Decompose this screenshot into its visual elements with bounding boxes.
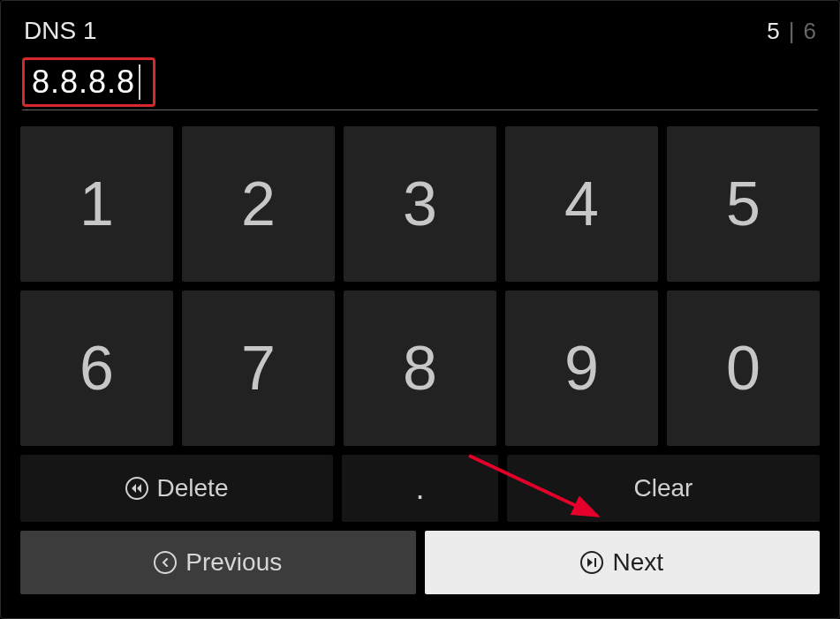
dns-input-value: 8.8.8.8: [32, 64, 135, 101]
previous-label: Previous: [185, 548, 282, 577]
clear-button[interactable]: Clear: [507, 455, 820, 522]
key-1[interactable]: 1: [20, 126, 173, 282]
dns-input[interactable]: 8.8.8.8: [22, 57, 155, 107]
previous-button[interactable]: Previous: [20, 531, 416, 594]
dot-button[interactable]: .: [342, 455, 498, 522]
key-3[interactable]: 3: [344, 126, 496, 282]
step-indicator: 5 | 6: [767, 18, 816, 45]
key-6[interactable]: 6: [20, 291, 173, 446]
keypad: 1 2 3 4 5 6 7 8 9 0: [20, 126, 820, 446]
next-label: Next: [612, 548, 663, 577]
input-row: 8.8.8.8: [22, 54, 818, 110]
key-0[interactable]: 0: [667, 291, 820, 446]
svg-rect-0: [594, 558, 596, 567]
key-9[interactable]: 9: [505, 291, 658, 446]
delete-button[interactable]: Delete: [20, 455, 333, 522]
key-7[interactable]: 7: [182, 291, 335, 446]
key-2[interactable]: 2: [182, 126, 335, 282]
key-8[interactable]: 8: [344, 291, 496, 446]
action-row: Delete . Clear: [20, 455, 820, 522]
nav-row: Previous Next: [20, 531, 820, 594]
key-4[interactable]: 4: [505, 126, 658, 282]
step-total: 6: [804, 18, 816, 45]
rewind-icon: [125, 477, 148, 500]
play-pause-icon: [580, 551, 603, 574]
step-current: 5: [767, 18, 779, 45]
delete-label: Delete: [157, 474, 229, 502]
back-icon: [154, 551, 177, 574]
key-5[interactable]: 5: [667, 126, 820, 282]
clear-label: Clear: [634, 474, 693, 502]
next-button[interactable]: Next: [425, 531, 821, 594]
page-title: DNS 1: [24, 17, 96, 45]
text-caret: [139, 64, 140, 100]
step-separator: |: [789, 18, 795, 45]
